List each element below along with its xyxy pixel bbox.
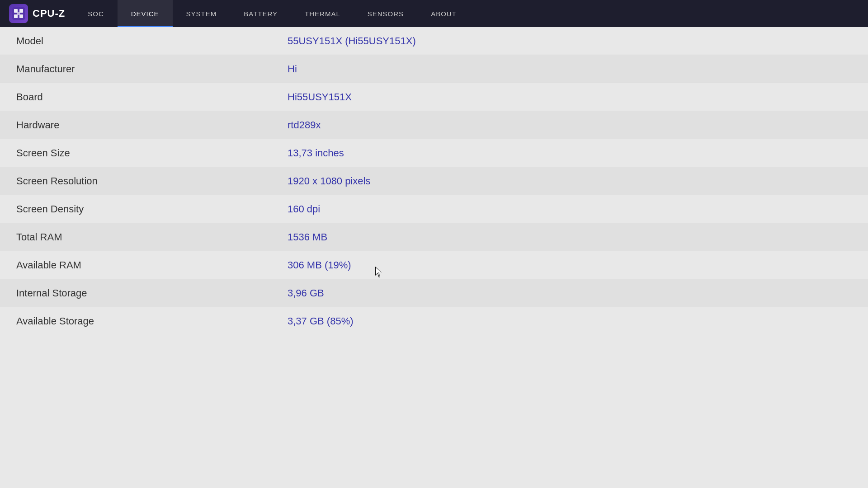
- device-info-table: Model55USY151X (Hi55USY151X)Manufacturer…: [0, 27, 868, 335]
- table-row: Model55USY151X (Hi55USY151X): [0, 27, 868, 55]
- table-row: BoardHi55USY151X: [0, 83, 868, 111]
- row-label: Available RAM: [16, 259, 288, 271]
- row-value: 160 dpi: [288, 203, 320, 215]
- app-logo-icon: [9, 4, 28, 23]
- svg-rect-4: [19, 14, 23, 18]
- row-value: 13,73 inches: [288, 147, 344, 159]
- svg-rect-5: [17, 12, 20, 15]
- row-value: Hi: [288, 63, 297, 75]
- row-label: Internal Storage: [16, 287, 288, 299]
- row-value: 3,37 GB (85%): [288, 315, 354, 327]
- table-row: Hardwarertd289x: [0, 111, 868, 139]
- table-row: Total RAM1536 MB: [0, 223, 868, 251]
- svg-rect-1: [14, 9, 18, 13]
- row-value: 3,96 GB: [288, 287, 324, 299]
- table-row: Available RAM306 MB (19%): [0, 251, 868, 279]
- row-label: Screen Size: [16, 147, 288, 159]
- row-label: Total RAM: [16, 231, 288, 243]
- row-label: Manufacturer: [16, 63, 288, 75]
- logo-area: CPU-Z: [0, 4, 74, 23]
- table-row: ManufacturerHi: [0, 55, 868, 83]
- row-label: Model: [16, 35, 288, 47]
- tab-sensors[interactable]: SENSORS: [354, 0, 417, 27]
- table-row: Screen Density160 dpi: [0, 195, 868, 223]
- tab-about[interactable]: ABOUT: [417, 0, 470, 27]
- table-row: Screen Resolution1920 x 1080 pixels: [0, 167, 868, 195]
- app-title: CPU-Z: [33, 8, 65, 19]
- table-row: Available Storage3,37 GB (85%): [0, 307, 868, 335]
- tab-battery[interactable]: BATTERY: [230, 0, 291, 27]
- svg-rect-2: [19, 9, 23, 13]
- row-value: 306 MB (19%): [288, 259, 351, 271]
- tab-thermal[interactable]: THERMAL: [291, 0, 354, 27]
- row-value: 868 x 488 pixels: [288, 175, 370, 187]
- row-label: Board: [16, 91, 288, 103]
- navbar: CPU-Z SOC DEVICE SYSTEM BATTERY THERMAL …: [0, 0, 868, 27]
- device-content: Model55USY151X (Hi55USY151X)Manufacturer…: [0, 27, 868, 335]
- table-row: Internal Storage3,96 GB: [0, 279, 868, 307]
- row-value: 55USY151X (Hi55USY151X): [288, 35, 416, 47]
- row-label: Hardware: [16, 119, 288, 131]
- row-value: Hi55USY151X: [288, 91, 352, 103]
- tab-device[interactable]: DEVICE: [118, 0, 173, 27]
- row-label: Screen Density: [16, 203, 288, 215]
- table-row: Screen Size13,73 inches: [0, 139, 868, 167]
- row-value: rtd289x: [288, 119, 321, 131]
- row-label: Screen Resolution: [16, 175, 288, 187]
- svg-rect-3: [14, 14, 18, 18]
- row-value: 1536 MB: [288, 231, 327, 243]
- tab-soc[interactable]: SOC: [74, 0, 118, 27]
- tab-system[interactable]: SYSTEM: [173, 0, 231, 27]
- nav-tabs: SOC DEVICE SYSTEM BATTERY THERMAL SENSOR…: [74, 0, 470, 27]
- row-label: Available Storage: [16, 315, 288, 327]
